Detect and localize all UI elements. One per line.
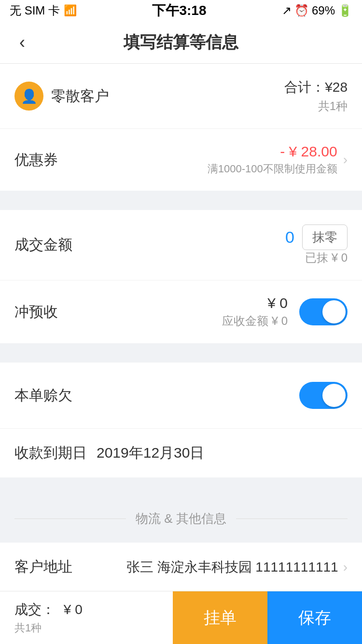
bottom-deal-label: 成交： — [14, 602, 55, 617]
status-right: ↗ ⏰ 69% 🔋 — [282, 4, 352, 17]
round-zero-button[interactable]: 抹零 — [302, 224, 348, 250]
logistics-header: 物流 & 其他信息 — [0, 497, 362, 541]
address-section: 客户地址 张三 海淀永丰科技园 11111111111 › — [0, 543, 362, 591]
alarm-icon: ⏰ — [294, 4, 309, 17]
coupon-discount: - ¥ 28.00 — [208, 143, 337, 160]
address-value: 张三 海淀永丰科技园 11111111111 — [126, 558, 338, 576]
save-button[interactable]: 保存 — [267, 591, 362, 644]
logistics-label: 物流 & 其他信息 — [136, 510, 226, 527]
debit-section: 本单赊欠 收款到期日 2019年12月30日 — [0, 363, 362, 477]
customer-right: 合计：¥28 共1种 — [284, 78, 348, 114]
precharge-label: 冲预收 — [14, 302, 58, 322]
avatar: 👤 — [14, 82, 43, 111]
location-icon: ↗ — [282, 4, 292, 17]
deal-amount-input[interactable]: 0 — [265, 228, 294, 247]
customer-left: 👤 零散客户 — [14, 82, 109, 111]
deal-amount-label: 成交金额 — [14, 235, 72, 255]
status-time: 下午3:18 — [152, 1, 206, 20]
coupon-row[interactable]: 优惠券 - ¥ 28.00 满1000-100不限制使用金额 › — [0, 128, 362, 191]
bottom-deal-row: 成交： ¥ 0 — [14, 601, 158, 619]
logistics-divider: 物流 & 其他信息 — [14, 510, 348, 527]
bottom-deal-amount: ¥ 0 — [64, 602, 83, 617]
customer-row: 👤 零散客户 合计：¥28 共1种 — [0, 64, 362, 128]
precharge-main-amount: ¥ 0 — [222, 295, 288, 311]
item-count: 共1种 — [284, 98, 348, 114]
precharge-right: ¥ 0 应收金额 ¥ 0 — [222, 295, 348, 329]
status-bar: 无 SIM 卡 📶 下午3:18 ↗ ⏰ 69% 🔋 — [0, 0, 362, 21]
back-button[interactable]: ‹ — [14, 28, 30, 57]
bottom-info: 成交： ¥ 0 共1种 — [0, 591, 173, 644]
coupon-right: - ¥ 28.00 满1000-100不限制使用金额 › — [208, 143, 348, 176]
deal-amount-right: 0 抹零 已抹 ¥ 0 — [265, 224, 348, 266]
total-amount: 合计：¥28 — [284, 78, 348, 97]
coupon-label: 优惠券 — [14, 150, 58, 170]
deal-amount-col: 0 抹零 已抹 ¥ 0 — [265, 224, 348, 266]
address-row[interactable]: 客户地址 张三 海淀永丰科技园 11111111111 › — [0, 543, 362, 591]
sim-label: 无 SIM 卡 — [10, 3, 60, 18]
due-date-label: 收款到期日 — [14, 443, 87, 463]
debit-row: 本单赊欠 — [0, 363, 362, 428]
bottom-bar: 成交： ¥ 0 共1种 挂单 保存 — [0, 591, 362, 644]
chevron-right-icon: › — [343, 152, 348, 168]
coupon-description: 满1000-100不限制使用金额 — [208, 162, 337, 176]
customer-name: 零散客户 — [51, 86, 109, 106]
divider-3 — [0, 487, 362, 497]
divider-1 — [0, 200, 362, 210]
page-title: 填写结算等信息 — [124, 31, 238, 54]
avatar-icon: 👤 — [21, 88, 38, 104]
battery-icon: 🔋 — [338, 4, 352, 17]
debit-label: 本单赊欠 — [14, 386, 72, 406]
divider-2 — [0, 353, 362, 363]
precharge-amounts: ¥ 0 应收金额 ¥ 0 — [222, 295, 288, 329]
rounded-amount: 已抹 ¥ 0 — [265, 250, 348, 266]
due-date-value: 2019年12月30日 — [97, 443, 204, 463]
wifi-icon: 📶 — [64, 4, 77, 17]
precharge-toggle[interactable] — [299, 298, 348, 325]
battery-label: 69% — [312, 4, 335, 17]
bottom-count: 共1种 — [14, 621, 158, 635]
address-right: 张三 海淀永丰科技园 11111111111 › — [126, 558, 348, 576]
address-label: 客户地址 — [14, 557, 72, 577]
address-chevron-icon: › — [343, 560, 348, 575]
deal-amount-row: 成交金额 0 抹零 已抹 ¥ 0 — [0, 210, 362, 280]
debit-toggle[interactable] — [299, 382, 348, 409]
precharge-sub-amount: 应收金额 ¥ 0 — [222, 313, 288, 329]
customer-section: 👤 零散客户 合计：¥28 共1种 优惠券 - ¥ 28.00 满1000-10… — [0, 64, 362, 191]
deal-amount-section: 成交金额 0 抹零 已抹 ¥ 0 冲预收 ¥ 0 应收金额 ¥ 0 — [0, 210, 362, 343]
coupon-info: - ¥ 28.00 满1000-100不限制使用金额 — [208, 143, 337, 176]
hold-button[interactable]: 挂单 — [173, 591, 267, 644]
status-left: 无 SIM 卡 📶 — [10, 3, 77, 18]
due-date-row[interactable]: 收款到期日 2019年12月30日 — [0, 428, 362, 477]
precharge-row: 冲预收 ¥ 0 应收金额 ¥ 0 — [0, 280, 362, 343]
nav-bar: ‹ 填写结算等信息 — [0, 21, 362, 64]
